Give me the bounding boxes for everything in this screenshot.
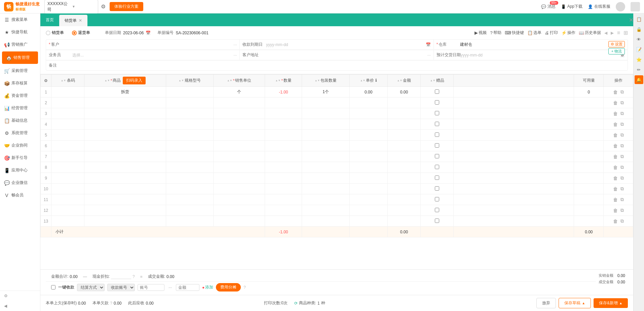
- scan-btn[interactable]: 扫码录入: [123, 77, 146, 84]
- right-panel-item-6[interactable]: ✏: [635, 65, 643, 74]
- copy-row-11-btn[interactable]: ⧉: [620, 196, 624, 203]
- company-selector[interactable]: XXXXXX公司 ▼: [44, 0, 98, 14]
- sidebar-item-search[interactable]: ☰ 搜索菜单: [0, 13, 40, 26]
- sidebar-item-sales[interactable]: 🏠 销售管理: [2, 51, 38, 64]
- flow-btn[interactable]: + 物流: [608, 48, 625, 54]
- account-dots-icon[interactable]: ···: [168, 285, 172, 290]
- delete-row-12-btn[interactable]: 🗑: [612, 207, 618, 214]
- one-click-pay-checkbox[interactable]: [51, 285, 55, 289]
- copy-row-1-btn[interactable]: ⧉: [620, 88, 624, 95]
- addr-more-icon[interactable]: ···: [427, 53, 431, 57]
- doc-date-value[interactable]: 2023-06-06: [123, 31, 144, 35]
- delete-row-13-btn[interactable]: 🗑: [612, 218, 618, 225]
- th-gear[interactable]: ⚙: [41, 75, 51, 87]
- history-btn[interactable]: 📖 历史单据: [579, 30, 601, 36]
- copy-row-7-btn[interactable]: ⧉: [620, 153, 624, 160]
- delete-row-11-btn[interactable]: 🗑: [612, 196, 618, 203]
- help-btn[interactable]: ? 帮助: [490, 30, 501, 36]
- salesperson-more-icon[interactable]: ···: [233, 53, 237, 57]
- table-container[interactable]: ⚙ ▲▼条码 ▲▼*商品 扫码录入 ▲▼规格型号: [40, 74, 633, 269]
- sidebar-item-system[interactable]: ⚙ 系统管理: [0, 127, 40, 139]
- delete-row-6-btn[interactable]: 🗑: [612, 143, 618, 149]
- shortcut-btn[interactable]: ⌨ 快捷键: [505, 30, 524, 36]
- due-date-calendar-icon[interactable]: 📅: [426, 42, 431, 47]
- nav-prev-icon[interactable]: ◀: [604, 31, 607, 35]
- cell-unit-1[interactable]: 个: [214, 87, 265, 98]
- tab-home[interactable]: 首页: [40, 13, 59, 26]
- sidebar-item-purchase[interactable]: 🛒 采购管理: [0, 65, 40, 77]
- delete-row-2-btn[interactable]: 🗑: [612, 100, 618, 106]
- delete-row-7-btn[interactable]: 🗑: [612, 153, 618, 160]
- list-view-icon[interactable]: ≡: [617, 30, 620, 36]
- customer-more-icon[interactable]: ···: [233, 42, 237, 47]
- online-support-btn[interactable]: 👤 在线客服: [588, 4, 610, 9]
- salesperson-input[interactable]: [72, 53, 232, 57]
- tab-sales-order[interactable]: 销货单 ✕: [59, 15, 87, 26]
- save-new-button[interactable]: 保存&新增 ▲: [594, 298, 628, 308]
- select-order-btn[interactable]: 📋 选单: [527, 30, 541, 36]
- sidebar-item-members[interactable]: V 畅会员: [0, 189, 40, 201]
- cell-price-1[interactable]: 0.00: [349, 87, 387, 98]
- sidebar-item-marketing[interactable]: 📢 营销推广: [0, 38, 40, 51]
- app-download-btn[interactable]: 📱 App下载: [561, 4, 582, 9]
- amount-input[interactable]: [176, 284, 199, 291]
- copy-row-4-btn[interactable]: ⧉: [620, 121, 624, 128]
- copy-row-9-btn[interactable]: ⧉: [620, 174, 624, 182]
- operations-btn[interactable]: ⚡ 操作: [561, 30, 575, 36]
- cell-pack-qty-1[interactable]: 1个: [302, 87, 349, 98]
- sidebar-item-finance[interactable]: 💰 资金管理: [0, 89, 40, 102]
- copy-row-2-btn[interactable]: ⧉: [620, 99, 624, 106]
- sidebar-item-inventory[interactable]: 📦 库存核算: [0, 77, 40, 89]
- delete-row-5-btn[interactable]: 🗑: [612, 132, 618, 139]
- cell-amount-1[interactable]: 0.00: [387, 87, 420, 98]
- copy-row-5-btn[interactable]: ⧉: [620, 131, 624, 139]
- delete-row-3-btn[interactable]: 🗑: [612, 110, 618, 117]
- cell-qty-1[interactable]: -1.00: [265, 87, 302, 98]
- right-panel-item-4[interactable]: 📝: [635, 45, 643, 54]
- due-date-input[interactable]: [266, 42, 424, 47]
- warehouse-input[interactable]: [460, 42, 620, 47]
- doc-no-value[interactable]: SA-20230606-001: [176, 31, 208, 35]
- expense-help-icon[interactable]: ?: [243, 285, 246, 290]
- print-btn[interactable]: 🖨 打印: [545, 30, 558, 36]
- sidebar-item-cooperation[interactable]: 🤝 企业协同: [0, 139, 40, 152]
- video-btn[interactable]: ▶ 视频: [475, 30, 487, 36]
- copy-row-12-btn[interactable]: ⧉: [620, 207, 624, 214]
- save-draft-button[interactable]: 保存草稿 ▲: [559, 298, 591, 308]
- sidebar-item-basic[interactable]: 📋 基础信息: [0, 114, 40, 127]
- trial-button[interactable]: 体验行业方案: [110, 2, 143, 11]
- customer-input[interactable]: [72, 42, 232, 47]
- right-panel-item-3[interactable]: 👁: [635, 35, 643, 44]
- abandon-button[interactable]: 放弃: [536, 298, 556, 308]
- sidebar-collapse-btn[interactable]: ◀: [0, 301, 40, 311]
- right-panel-item-1[interactable]: 📋: [635, 15, 643, 24]
- copy-row-13-btn[interactable]: ⧉: [620, 218, 624, 225]
- expected-date-input[interactable]: [461, 53, 618, 57]
- account-select[interactable]: 收款账号: [107, 284, 135, 291]
- gear-icon[interactable]: ⚙: [101, 3, 106, 10]
- cell-gift-1[interactable]: [421, 87, 454, 98]
- cell-product-1[interactable]: 拆货: [84, 87, 166, 98]
- copy-row-3-btn[interactable]: ⧉: [620, 110, 624, 117]
- cash-discount-input[interactable]: [111, 274, 131, 279]
- copy-row-6-btn[interactable]: ⧉: [620, 142, 624, 149]
- radio-sales[interactable]: 销货单: [46, 30, 64, 36]
- add-payment-btn[interactable]: ● 添加: [202, 284, 213, 290]
- user-avatar[interactable]: [616, 2, 625, 11]
- cell-spec-1[interactable]: [166, 87, 213, 98]
- shortage-help-icon[interactable]: ?: [110, 301, 112, 306]
- sidebar-item-shortcuts[interactable]: ★ 快捷导航: [0, 26, 40, 38]
- cash-discount-help-icon[interactable]: ?: [132, 274, 135, 279]
- delete-row-8-btn[interactable]: 🗑: [612, 164, 618, 171]
- user-menu[interactable]: [631, 2, 640, 11]
- delete-row-10-btn[interactable]: 🗑: [612, 186, 618, 192]
- right-panel-item-5[interactable]: ⭐: [635, 55, 643, 64]
- expense-split-btn[interactable]: 费用分摊: [216, 283, 241, 291]
- customer-addr-input[interactable]: [266, 53, 426, 57]
- sidebar-item-wechat[interactable]: 💬 企业微信: [0, 177, 40, 189]
- cell-barcode-1[interactable]: [51, 87, 84, 98]
- sidebar-settings-btn[interactable]: ⚙: [0, 291, 40, 301]
- sidebar-item-apps[interactable]: 📱 应用中心: [0, 164, 40, 177]
- delete-row-4-btn[interactable]: 🗑: [612, 121, 618, 128]
- delete-row-1-btn[interactable]: 🗑: [612, 89, 618, 95]
